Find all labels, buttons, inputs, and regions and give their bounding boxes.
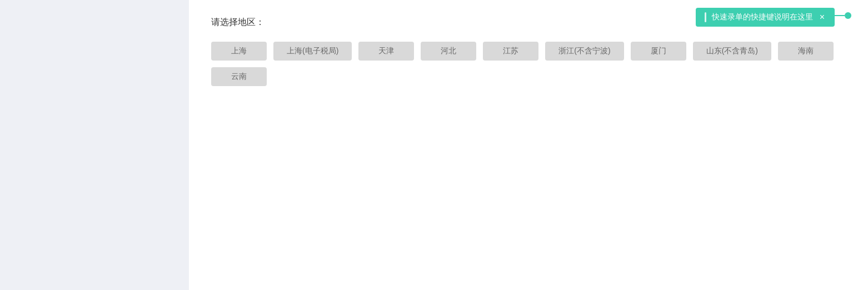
main-content: 请选择地区： 上海上海(电子税局)天津河北江苏浙江(不含宁波)厦门山东(不含青岛… xyxy=(189,0,868,290)
bar-icon xyxy=(705,12,706,22)
region-button-shandong[interactable]: 山东(不含青岛) xyxy=(693,42,771,61)
region-button-xiamen[interactable]: 厦门 xyxy=(631,42,686,61)
region-button-shanghai[interactable]: 上海 xyxy=(211,42,267,61)
region-button-tianjin[interactable]: 天津 xyxy=(358,42,414,61)
region-button-shanghai-etax[interactable]: 上海(电子税局) xyxy=(273,42,352,61)
tooltip-dot xyxy=(845,12,851,19)
region-button-zhejiang[interactable]: 浙江(不含宁波) xyxy=(545,42,623,61)
tooltip-close-button[interactable]: × xyxy=(819,13,826,22)
region-button-hainan[interactable]: 海南 xyxy=(778,42,834,61)
region-button-yunnan[interactable]: 云南 xyxy=(211,67,267,86)
tooltip-line xyxy=(834,15,845,16)
left-sidebar xyxy=(0,0,189,290)
tooltip-text: 快速录单的快捷键说明在这里 xyxy=(712,12,813,22)
region-buttons: 上海上海(电子税局)天津河北江苏浙江(不含宁波)厦门山东(不含青岛)海南云南 xyxy=(211,42,846,86)
region-button-hebei[interactable]: 河北 xyxy=(421,42,476,61)
region-button-jiangsu[interactable]: 江苏 xyxy=(483,42,538,61)
tooltip-bar: 快速录单的快捷键说明在这里 × xyxy=(696,8,835,27)
